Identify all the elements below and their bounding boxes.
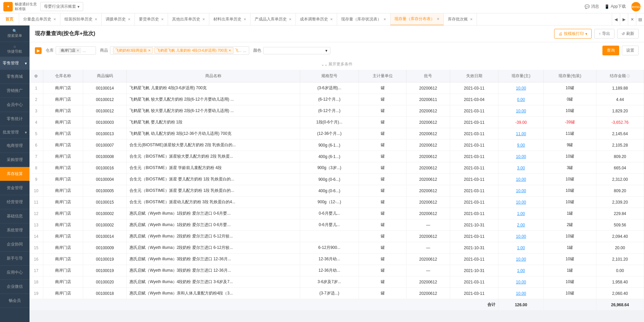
tab-close-current-button[interactable]: ✕ (628, 13, 636, 25)
sidebar-item-member[interactable]: 会员中心 (0, 98, 30, 112)
tab-prev-button[interactable]: ◀ (612, 13, 620, 25)
product-tag-1-close[interactable]: ✕ (148, 49, 151, 52)
sidebar-item-app-center[interactable]: 应用中心 (0, 266, 30, 280)
cell-code: 00100014 (83, 83, 127, 94)
query-button[interactable]: 查询 (602, 46, 619, 55)
cell-stock-main[interactable]: 10.00 (498, 83, 544, 94)
cell-stock-main[interactable]: 10.00 (498, 254, 544, 265)
tab-transfer-close[interactable]: ✕ (128, 17, 130, 21)
sidebar-item-retail-shop[interactable]: 零售商城 (0, 70, 30, 84)
tab-split-check[interactable]: 分量盘点单历史 ✕ (19, 13, 60, 25)
tab-next-button[interactable]: ▶ (620, 13, 628, 25)
sidebar-item-system[interactable]: 系统管理 (0, 223, 30, 237)
sidebar-item-guide[interactable]: 新手引导 (0, 252, 30, 266)
tab-other-out[interactable]: 其他出库单历史 ✕ (168, 13, 209, 25)
expand-filter-button[interactable]: ▶ (35, 47, 42, 54)
sidebar-item-basic[interactable]: 基础信息 (0, 209, 30, 223)
tab-batch-ledger-close[interactable]: ✕ (470, 17, 473, 21)
query-label: 查询 (607, 48, 615, 53)
cell-expire: 2021-03-11 (450, 231, 498, 242)
refresh-button[interactable]: ↺ 刷新 (617, 29, 639, 39)
cell-stock-main[interactable]: 10.00 (498, 174, 544, 185)
sidebar-item-wholesale[interactable]: 批发管理 ▾ (0, 126, 30, 139)
download-button[interactable]: 📱 App下载 (604, 4, 626, 9)
tab-requisition-close[interactable]: ✕ (161, 17, 164, 21)
tab-batch-ledger[interactable]: 库存批次账 ✕ (444, 13, 477, 25)
tab-material-out-close[interactable]: ✕ (244, 17, 246, 21)
print-button[interactable]: 🖨 按模板打印 ▾ (554, 29, 592, 39)
cell-stock-main[interactable]: 11.00 (498, 128, 544, 140)
product-tag-2-close[interactable]: ✕ (228, 49, 231, 52)
tab-stock-status[interactable]: 现存量（库存状况表） ✕ (337, 13, 390, 25)
sidebar-item-retail-stats[interactable]: 零售统计 (0, 112, 30, 126)
warehouse-tag-text: 南岸门店 (61, 48, 75, 53)
product-filter-dots[interactable]: ... (243, 48, 246, 53)
cell-stock-main[interactable]: 1.00 (498, 242, 544, 254)
cell-batch: 20200611 (407, 94, 450, 105)
sidebar-item-operation[interactable]: 经营管理 (0, 195, 30, 209)
sidebar-item-finance[interactable]: 资金管理 (0, 181, 30, 195)
cell-balance: 0.00 (596, 265, 644, 276)
tab-product-in[interactable]: 产成品入库单历史 ✕ (251, 13, 296, 25)
sidebar-item-retail[interactable]: 零售管理 ▾ (0, 57, 30, 70)
sidebar-item-marketing[interactable]: 营销推广 (0, 84, 30, 98)
color-filter-input[interactable]: ▾ (263, 47, 330, 54)
sidebar-item-inventory[interactable]: 库存核算 (0, 167, 30, 181)
cell-stock-main[interactable]: 0.00 (498, 94, 544, 105)
warehouse-filter-dots[interactable]: ... (83, 48, 86, 53)
cell-stock-main[interactable]: 10.00 (498, 197, 544, 208)
table-row: 11 南岸门店 00100015 合生元（BIOSTIME）派星幼儿配方奶粉 3… (30, 197, 644, 208)
cell-stock-main[interactable]: 2.00 (498, 219, 544, 231)
tab-cost-adjust[interactable]: 成本调整单历史 ✕ (296, 13, 337, 25)
tab-home[interactable]: 首页 (0, 13, 19, 25)
page-actions: 🖨 按模板打印 ▾ ↑ 导出 ↺ 刷新 (554, 29, 639, 39)
tab-disassemble[interactable]: 组装拆卸单历史 ✕ (60, 13, 102, 25)
sidebar-item-ecommerce[interactable]: 电商管理 (0, 139, 30, 153)
tab-transfer[interactable]: 调拨单历史 ✕ (102, 13, 135, 25)
tab-material-out[interactable]: 材料出库单历史 ✕ (209, 13, 251, 25)
message-button[interactable]: 💬 消息 (585, 4, 599, 9)
cell-stock-main[interactable]: 10.00 (498, 288, 544, 299)
cell-stock-main[interactable]: 3.00 (498, 162, 544, 174)
cell-stock-main[interactable]: 10.00 (498, 276, 544, 288)
tab-product-in-close[interactable]: ✕ (289, 17, 291, 21)
tab-stock-dist-close[interactable]: ✕ (437, 17, 439, 21)
col-settings[interactable]: ⚙ (30, 70, 43, 83)
product-filter-input[interactable]: 飞鹤奶粉3段两提装 ✕ 飞鹤星飞帆 儿童奶粉 4段(3-6岁适用) 700克 ✕… (110, 46, 249, 55)
sidebar-item-member2[interactable]: 畅会员 (0, 294, 30, 308)
cell-stock-main[interactable]: 1.00 (498, 208, 544, 219)
tab-split-check-close[interactable]: ✕ (53, 17, 56, 21)
settings-icon[interactable]: ⚙ (34, 74, 38, 78)
expand-row: ⌄⌄ 展开更多条件 (30, 61, 644, 70)
balance-info-icon[interactable]: ⓘ (627, 74, 630, 78)
tab-disassemble-close[interactable]: ✕ (95, 17, 97, 21)
cell-code: 00100013 (83, 128, 127, 140)
org-selector[interactable]: 母婴行业演示账套 ▾ (40, 2, 83, 11)
sidebar-search[interactable]: 🔍 搜索菜单 (0, 25, 30, 42)
sidebar-item-enterprise[interactable]: 企业协同 (0, 237, 30, 252)
tab-other-out-close[interactable]: ✕ (202, 17, 205, 21)
expand-button[interactable]: ⌄⌄ 展开更多条件 (321, 61, 353, 67)
tab-menu-button[interactable]: ▤ (636, 13, 644, 25)
avatar[interactable]: demo2 (631, 2, 641, 11)
cell-stock-main[interactable]: 1.00 (498, 265, 544, 276)
cell-stock-main[interactable]: 9.00 (498, 140, 544, 151)
tab-stock-status-close[interactable]: ✕ (383, 17, 386, 21)
settings-button[interactable]: 设置 (622, 46, 639, 55)
tab-cost-adjust-close[interactable]: ✕ (330, 17, 333, 21)
export-button[interactable]: ↑ 导出 (594, 29, 614, 39)
cell-stock-main[interactable]: 10.00 (498, 231, 544, 242)
cell-stock-main[interactable]: 10.00 (498, 105, 544, 117)
sidebar-nav[interactable]: ☆ 快捷导航 (0, 42, 30, 57)
tab-requisition[interactable]: 要货单历史 ✕ (135, 13, 168, 25)
tab-stock-dist[interactable]: 现存量（库存分布表） ✕ (390, 13, 444, 25)
warehouse-tag-close[interactable]: ✕ (76, 49, 79, 52)
sidebar-item-wechat[interactable]: 企业微信 (0, 280, 30, 294)
warehouse-filter-input[interactable]: 南岸门店 ✕ ... (56, 46, 96, 55)
cell-name: 惠氏启赋（Wyeth illuma）3段奶粉 爱尔兰进口 12-36月... (127, 254, 300, 265)
cell-unit: 罐 (359, 151, 407, 162)
cell-stock-main[interactable]: 10.00 (498, 151, 544, 162)
col-expire: 失效日期 (450, 70, 498, 83)
cell-stock-main[interactable]: 10.00 (498, 185, 544, 197)
sidebar-item-purchase[interactable]: 采购管理 (0, 153, 30, 167)
